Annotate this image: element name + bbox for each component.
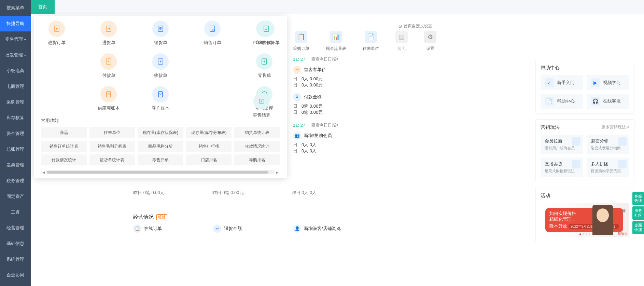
mk-group[interactable]: 多人拼团拼团购物享受优惠 — [587, 158, 629, 177]
list-icon — [157, 25, 164, 32]
shortcut-empty[interactable]: ▤暂无 — [395, 31, 408, 52]
help-newbie[interactable]: ✓新手入门 — [541, 75, 583, 90]
mk-live[interactable]: 直播卖货场景式购物新玩法 — [541, 158, 583, 177]
sidebar-guide[interactable]: 新手引导 — [0, 283, 31, 286]
help-online[interactable]: 🎧在线客服 — [587, 94, 629, 109]
fn-btn-0[interactable]: 商品 — [41, 127, 87, 138]
sidebar-wholesale[interactable]: 批发管理▾ — [0, 47, 31, 63]
fn-btn-13[interactable]: 门店排名 — [186, 154, 232, 165]
flow-purchase[interactable]: 进货单 — [93, 21, 124, 46]
biz-refund: 退货金额 — [224, 226, 242, 232]
marketing-more-link[interactable]: 更多营销玩法 > — [601, 124, 629, 130]
sidebar-assets[interactable]: 固定资产 — [0, 189, 31, 204]
flow-purchase-order[interactable]: 进货订单 — [41, 21, 72, 46]
flow-receipt[interactable]: ¥收款单 — [145, 53, 176, 79]
tag-desktop-shortcut[interactable]: 桌面快捷 — [632, 221, 644, 234]
floating-service-tags: 客服热线 服务社区 桌面快捷 — [632, 192, 644, 234]
calendar-icon: 📋 — [295, 31, 307, 43]
sidebar-ecommerce[interactable]: 电商管理 — [0, 79, 31, 94]
banner-sub-label: 数智化 — [618, 231, 627, 236]
shortcut-settings[interactable]: ⚙设置 — [424, 31, 436, 52]
scroll-left-icon[interactable]: ◀ — [41, 171, 46, 174]
fn-btn-5[interactable]: 销售订单统计表 — [41, 141, 87, 152]
sidebar-ledger[interactable]: 总账管理 — [0, 141, 31, 157]
member-icon: 👥 — [293, 132, 301, 140]
sidebar-inventory[interactable]: 库存核算 — [0, 110, 31, 126]
activity-banner[interactable]: 如何实现价格 精细化管理， 降本升效 2022年9月23日 14:00（周五） … — [541, 203, 629, 237]
sidebar-basic[interactable]: 基础信息 — [0, 236, 31, 251]
flow-retail-settle[interactable]: ¥零售结算 — [253, 93, 270, 118]
quicknav-flyout: 进货订单 进货单 销货单 销售订单 商城订单 POS收银开单 ¥付款单 ¥收款单… — [34, 16, 287, 178]
tab-home[interactable]: 首页 — [31, 0, 55, 14]
flow-supplier-ledger[interactable]: 供供应商账本 — [93, 86, 124, 111]
chevron-down-icon: ▾ — [24, 38, 26, 41]
tag-hotline[interactable]: 客服热线 — [632, 192, 644, 205]
sidebar-system[interactable]: 系统管理 — [0, 251, 31, 267]
help-center[interactable]: 📄帮助中心 — [541, 94, 583, 109]
fn-btn-12[interactable]: 零售开单 — [138, 154, 183, 165]
fn-btn-9[interactable]: 收款情况统计 — [234, 141, 280, 152]
flow-customer-ledger[interactable]: 客户账本 — [145, 86, 176, 111]
sidebar-salary[interactable]: 工资 — [0, 204, 31, 220]
help-center-card: 帮助中心 ✓新手入门 ▶视频学习 📄帮助中心 🎧在线客服 — [535, 60, 634, 114]
mk-fission[interactable]: 裂变分销裂变式发展分销商 — [587, 135, 629, 154]
sidebar-quicknav[interactable]: 快捷导航 — [0, 16, 31, 31]
tag-community[interactable]: 服务社区 — [632, 206, 644, 219]
shortcut-contacts[interactable]: 📄往来单位 — [363, 31, 379, 52]
fn-btn-14[interactable]: 导购排名 — [234, 154, 280, 165]
common-functions-title: 常用功能 — [41, 118, 280, 124]
shortcut-cashflow[interactable]: 📊现金流量表 — [326, 31, 346, 52]
scrollbar-thumb[interactable] — [47, 171, 268, 174]
book-icon: 供 — [105, 91, 112, 98]
gear-icon: ⚙ — [424, 31, 436, 43]
doc-in-icon — [53, 25, 60, 32]
flow-pos[interactable]: POS收银开单 — [253, 21, 280, 46]
fn-btn-3[interactable]: 现存量(库存分布表) — [186, 127, 232, 138]
sidebar: 搜索菜单 快捷导航 零售管理▾ 批发管理▾ 小畅电商 电商管理 采购管理 库存核… — [0, 0, 31, 286]
daily-report-link[interactable]: 查看今日日报> — [311, 56, 338, 62]
scroll-right-icon[interactable]: ▶ — [275, 171, 280, 174]
help-video[interactable]: ▶视频学习 — [587, 75, 629, 90]
shortcut-purchase-order[interactable]: 📋采购订单 — [293, 31, 309, 52]
flow-retail[interactable]: ¥零售单 — [249, 53, 280, 79]
check-icon: ✓ — [545, 78, 554, 87]
sidebar-invoice[interactable]: 发票管理 — [0, 157, 31, 173]
sidebar-xiaochang[interactable]: 小畅电商 — [0, 63, 31, 79]
daily-report-link-2[interactable]: 查看今日日报> — [311, 122, 338, 128]
metric-members: 新增/复购会员 — [304, 133, 332, 139]
flow-sales-order[interactable]: 销售订单 — [197, 21, 228, 46]
sidebar-operations[interactable]: 经营管理 — [0, 220, 31, 236]
payment-icon: ¥ — [293, 93, 301, 101]
flyout-scrollbar[interactable]: ◀ ▶ — [41, 169, 280, 175]
fn-btn-10[interactable]: 付款情况统计 — [41, 154, 87, 165]
homepage-settings-link[interactable]: 首页自定义设置 — [398, 23, 432, 29]
shortcut-bar: 📋采购订单 📊现金流量表 📄往来单位 ▤暂无 ⚙设置 — [293, 31, 634, 52]
doc-icon: 📄 — [545, 97, 554, 106]
sidebar-purchase[interactable]: 采购管理 — [0, 94, 31, 110]
flow-payment[interactable]: ¥付款单 — [93, 53, 124, 79]
fn-btn-1[interactable]: 往来单位 — [89, 127, 135, 138]
biz-section-title: 经营情况 — [133, 214, 154, 220]
sidebar-tax[interactable]: 税务管理 — [0, 173, 31, 189]
gear-icon — [398, 24, 402, 28]
activity-card: 活动 如何实现价格 精细化管理， 降本升效 2022年9月23日 14:00（周… — [535, 188, 634, 242]
fn-btn-11[interactable]: 进货单统计表 — [89, 154, 135, 165]
biz-visitors: 新增潜客/店铺浏览 — [304, 226, 341, 232]
fn-btn-4[interactable]: 销货单统计表 — [234, 127, 280, 138]
flow-sales[interactable]: 销货单 — [145, 21, 176, 46]
svg-text:¥: ¥ — [263, 59, 265, 63]
fn-btn-8[interactable]: 销售排行榜 — [186, 141, 232, 152]
play-icon: ▶ — [591, 78, 600, 87]
sidebar-search[interactable]: 搜索菜单 — [0, 0, 31, 16]
money-icon: ¥ — [105, 58, 112, 65]
sidebar-retail[interactable]: 零售管理▾ — [0, 31, 31, 47]
fn-btn-2[interactable]: 现存量(库存状况表) — [138, 127, 183, 138]
sidebar-collab[interactable]: 企业协同 — [0, 267, 31, 283]
sidebar-funds[interactable]: 资金管理 — [0, 126, 31, 141]
scrollbar-track[interactable] — [46, 170, 275, 174]
mk-member-new[interactable]: 会员拉新吸引用户成为会员 — [541, 135, 583, 154]
fn-btn-6[interactable]: 销售毛利分析表 — [89, 141, 135, 152]
help-center-title: 帮助中心 — [541, 65, 629, 71]
fn-btn-7[interactable]: 商品毛利分析 — [138, 141, 183, 152]
carousel-dots[interactable] — [579, 233, 590, 235]
